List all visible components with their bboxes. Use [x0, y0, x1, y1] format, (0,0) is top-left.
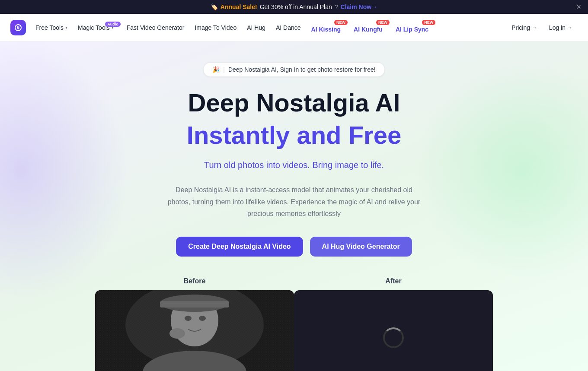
loading-spinner: [383, 327, 404, 348]
free-tools-menu[interactable]: Free Tools ▾: [31, 21, 72, 35]
magic-tools-menu[interactable]: Audio Magic Tools ▾: [74, 21, 121, 35]
svg-rect-6: [160, 301, 229, 308]
ai-kissing-link[interactable]: NEW AI Kissing: [307, 19, 348, 36]
logo-icon: [10, 20, 26, 35]
after-image: [294, 290, 493, 371]
fast-video-link[interactable]: Fast Video Generator: [122, 21, 189, 35]
ai-lipsync-link[interactable]: NEW AI Lip Sync: [391, 19, 435, 36]
sale-label: Annual Sale!: [220, 3, 257, 10]
hero-buttons: Create Deep Nostalgia AI Video AI Hug Vi…: [10, 237, 578, 257]
svg-point-8: [185, 316, 192, 321]
before-after-section: Before: [10, 277, 578, 371]
claim-link[interactable]: Claim Now→: [341, 3, 378, 10]
hero-subtitle: Turn old photos into videos. Bring image…: [10, 160, 578, 170]
new-badge-kissing: NEW: [334, 20, 348, 25]
before-label: Before: [95, 277, 294, 285]
new-badge-lipsync: NEW: [422, 20, 435, 25]
svg-point-10: [169, 328, 185, 339]
logo-link[interactable]: [10, 20, 26, 35]
hero-description: Deep Nostalgia AI is a instant-access mo…: [164, 184, 424, 219]
audio-badge: Audio: [105, 22, 121, 27]
info-icon[interactable]: ?: [335, 3, 338, 10]
badge-text: Deep Nostalgia AI, Sign In to get photo …: [228, 66, 376, 73]
svg-point-0: [17, 26, 19, 29]
hero-section: 🎉 | Deep Nostalgia AI, Sign In to get ph…: [0, 41, 588, 371]
navbar: Free Tools ▾ Audio Magic Tools ▾ Fast Vi…: [0, 14, 588, 41]
badge-separator: |: [223, 66, 225, 73]
create-video-button[interactable]: Create Deep Nostalgia AI Video: [176, 237, 303, 257]
hero-title-line2: Instantly and Free: [10, 120, 578, 150]
announcement-bar: 🏷️ Annual Sale! Get 30% off in Annual Pl…: [0, 0, 588, 14]
after-label: After: [294, 277, 493, 285]
svg-point-9: [199, 316, 206, 321]
ai-hug-video-button[interactable]: AI Hug Video Generator: [310, 237, 412, 257]
chevron-down-icon: ▾: [65, 25, 67, 30]
before-column: Before: [95, 277, 294, 371]
arrow-icon: →: [567, 25, 572, 31]
login-button[interactable]: Log in →: [544, 21, 578, 35]
image-to-video-link[interactable]: Image To Video: [190, 21, 241, 35]
before-image: [95, 290, 294, 371]
new-badge-kungfu: NEW: [376, 20, 390, 25]
hero-title-line1: Deep Nostalgia AI: [10, 89, 578, 117]
announcement-text: Get 30% off in Annual Plan: [260, 3, 332, 10]
close-announcement-button[interactable]: ×: [576, 3, 581, 11]
party-icon: 🎉: [212, 66, 220, 73]
pricing-link[interactable]: Pricing →: [507, 21, 542, 35]
after-column: After: [294, 277, 493, 371]
ai-dance-link[interactable]: AI Dance: [272, 21, 305, 35]
hero-badge[interactable]: 🎉 | Deep Nostalgia AI, Sign In to get ph…: [203, 62, 385, 77]
ai-kungfu-link[interactable]: NEW AI Kungfu: [349, 19, 390, 36]
tag-icon: 🏷️: [211, 3, 218, 10]
ai-hug-link[interactable]: AI Hug: [243, 21, 270, 35]
